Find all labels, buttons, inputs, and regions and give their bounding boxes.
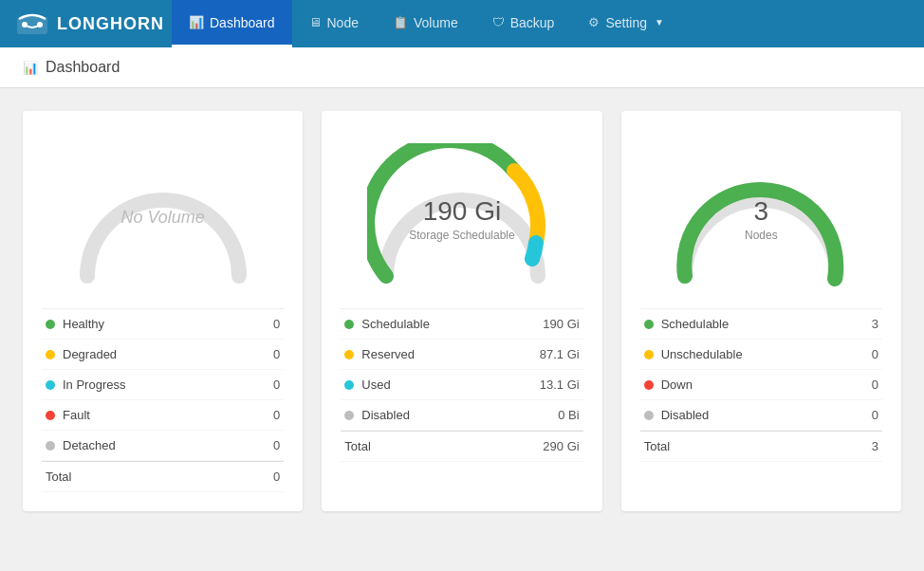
nodes-unschedulable-label: Unschedulable	[661, 347, 743, 361]
nav-dashboard[interactable]: 📊 Dashboard	[172, 0, 292, 47]
setting-chevron-icon: ▼	[655, 17, 664, 28]
nodes-unschedulable-value: 0	[872, 347, 878, 361]
nav-setting-label: Setting	[605, 15, 647, 30]
storage-disabled-value: 0 Bi	[558, 408, 579, 422]
brand-name: LONGHORN	[57, 14, 164, 34]
brand: LONGHORN	[15, 9, 164, 38]
nodes-gauge-container: 3 Nodes	[640, 130, 882, 301]
main-content: No Volume Healthy 0 Degraded 0	[0, 88, 924, 534]
nav-setting[interactable]: ⚙ Setting ▼	[571, 0, 681, 47]
volume-stat-degraded: Degraded 0	[42, 340, 284, 370]
volume-stat-inprogress: In Progress 0	[42, 370, 284, 400]
volume-stat-detached: Detached 0	[42, 431, 284, 461]
fault-value: 0	[273, 408, 280, 422]
storage-used-label: Used	[361, 378, 390, 392]
nav-backup-label: Backup	[510, 15, 555, 30]
volume-gauge-container: No Volume	[42, 130, 284, 301]
nodes-gauge-value: 3	[745, 197, 778, 227]
nodes-disabled-dot	[644, 411, 654, 420]
nodes-card: 3 Nodes Schedulable 3 Unschedulable 0	[621, 111, 901, 511]
volume-stat-fault: Fault 0	[42, 400, 284, 431]
volume-total-value: 0	[273, 470, 280, 484]
inprogress-label: In Progress	[63, 378, 125, 392]
storage-reserved-value: 87.1 Gi	[540, 347, 580, 361]
storage-gauge-sublabel: Storage Schedulable	[409, 229, 514, 242]
nodes-down-dot	[644, 380, 654, 390]
healthy-label: Healthy	[63, 317, 104, 331]
degraded-dot	[46, 350, 55, 359]
storage-stat-disabled: Disabled 0 Bi	[341, 400, 582, 431]
detached-label: Detached	[63, 438, 116, 452]
nodes-total-value: 3	[872, 439, 878, 453]
nodes-down-value: 0	[872, 378, 878, 392]
nodes-stat-disabled: Disabled 0	[640, 400, 882, 431]
volume-total-row: Total 0	[42, 461, 284, 492]
nav-items: 📊 Dashboard 🖥 Node 📋 Volume 🛡 Backup ⚙ S…	[172, 0, 681, 47]
storage-stat-table: Schedulable 190 Gi Reserved 87.1 Gi Used…	[341, 308, 582, 462]
dashboard-icon: 📊	[189, 15, 204, 29]
fault-dot	[46, 411, 55, 420]
nodes-schedulable-value: 3	[872, 317, 878, 331]
nodes-disabled-value: 0	[872, 408, 878, 422]
no-volume-text: No Volume	[120, 208, 204, 228]
volume-stat-table: Healthy 0 Degraded 0 In Progress 0	[42, 308, 284, 492]
nav-dashboard-label: Dashboard	[210, 15, 275, 30]
nodes-down-label: Down	[661, 378, 693, 392]
nodes-total-row: Total 3	[640, 431, 882, 462]
fault-label: Fault	[63, 408, 90, 422]
storage-gauge-label: 190 Gi Storage Schedulable	[409, 197, 514, 242]
volume-icon: 📋	[393, 15, 408, 29]
degraded-value: 0	[273, 347, 280, 361]
node-icon: 🖥	[309, 15, 322, 29]
volume-stat-healthy: Healthy 0	[42, 309, 284, 340]
nav-volume[interactable]: 📋 Volume	[376, 0, 475, 47]
brand-logo	[15, 9, 49, 38]
storage-total-value: 290 Gi	[543, 439, 579, 453]
healthy-dot	[46, 320, 55, 329]
storage-stat-schedulable: Schedulable 190 Gi	[341, 309, 582, 340]
page-header-icon: 📊	[23, 61, 38, 75]
nodes-schedulable-label: Schedulable	[661, 317, 730, 331]
nodes-stat-down: Down 0	[640, 370, 882, 400]
storage-gauge-value: 190 Gi	[409, 197, 514, 227]
inprogress-dot	[46, 380, 55, 390]
storage-used-dot	[344, 380, 354, 390]
volume-gauge-label: No Volume	[120, 208, 204, 228]
nodes-stat-schedulable: Schedulable 3	[640, 309, 882, 340]
nodes-unschedulable-dot	[644, 350, 654, 359]
storage-total-row: Total 290 Gi	[341, 431, 582, 462]
degraded-label: Degraded	[63, 347, 117, 361]
setting-icon: ⚙	[588, 15, 600, 29]
nav-volume-label: Volume	[414, 15, 458, 30]
storage-schedulable-dot	[344, 320, 354, 329]
volume-card: No Volume Healthy 0 Degraded 0	[23, 111, 303, 511]
storage-schedulable-value: 190 Gi	[543, 317, 579, 331]
nav-node-label: Node	[327, 15, 359, 30]
storage-disabled-dot	[344, 411, 354, 420]
nodes-total-label: Total	[644, 439, 670, 453]
storage-disabled-label: Disabled	[361, 408, 410, 422]
detached-dot	[46, 441, 55, 451]
page-header: 📊 Dashboard	[0, 47, 924, 88]
storage-card: 190 Gi Storage Schedulable Schedulable 1…	[322, 111, 601, 511]
detached-value: 0	[273, 438, 280, 452]
nodes-schedulable-dot	[644, 320, 654, 329]
volume-total-label: Total	[46, 470, 71, 484]
nodes-stat-table: Schedulable 3 Unschedulable 0 Down 0	[640, 308, 882, 462]
navbar: LONGHORN 📊 Dashboard 🖥 Node 📋 Volume 🛡 B…	[0, 0, 924, 47]
storage-reserved-dot	[344, 350, 354, 359]
storage-schedulable-label: Schedulable	[361, 317, 430, 331]
inprogress-value: 0	[273, 378, 280, 392]
nodes-disabled-label: Disabled	[661, 408, 710, 422]
svg-rect-0	[17, 17, 47, 34]
backup-icon: 🛡	[492, 15, 505, 29]
storage-gauge-container: 190 Gi Storage Schedulable	[341, 130, 582, 301]
nav-node[interactable]: 🖥 Node	[292, 0, 376, 47]
healthy-value: 0	[273, 317, 280, 331]
nodes-stat-unschedulable: Unschedulable 0	[640, 340, 882, 370]
storage-stat-used: Used 13.1 Gi	[341, 370, 582, 400]
nav-backup[interactable]: 🛡 Backup	[475, 0, 572, 47]
storage-stat-reserved: Reserved 87.1 Gi	[341, 340, 582, 370]
storage-total-label: Total	[344, 439, 370, 453]
storage-reserved-label: Reserved	[361, 347, 415, 361]
